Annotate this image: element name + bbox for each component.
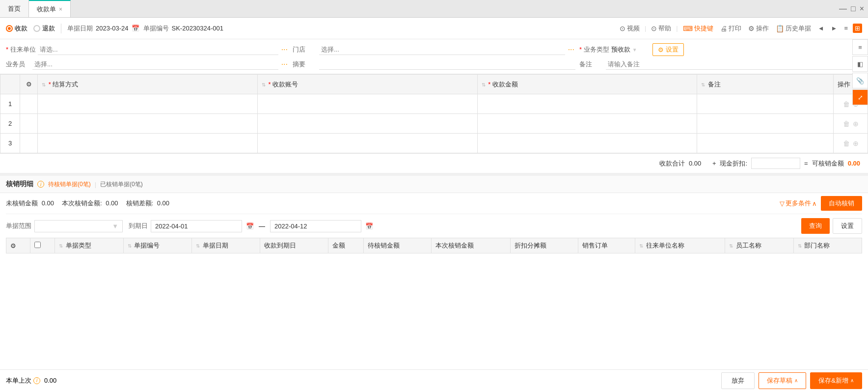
tab-home[interactable]: 首页	[0, 0, 29, 17]
counterpart-ellipsis[interactable]: ···	[280, 45, 289, 54]
radio-refund[interactable]: 退款	[33, 24, 55, 33]
prev-btn[interactable]: ◄	[816, 24, 826, 33]
store-input[interactable]	[319, 44, 565, 55]
row-3-amount[interactable]	[477, 134, 697, 153]
next-btn[interactable]: ►	[829, 24, 840, 33]
counterpart-input[interactable]	[38, 44, 278, 55]
verification-section-header: 核销明细 i 待核销单据(0笔) | 已核销单据(0笔)	[0, 173, 868, 193]
discount-input[interactable]	[751, 158, 800, 169]
sidebar-icon-3[interactable]: 📎	[852, 73, 868, 88]
row-2-settlement[interactable]	[38, 114, 258, 134]
window-close-btn[interactable]: ×	[860, 4, 864, 13]
unverified-label: 未核销金额	[6, 199, 38, 207]
tab-receipt-label: 收款单	[37, 5, 56, 14]
history-label: 历史单据	[786, 24, 811, 33]
lower-col-order-header: 销售订单	[578, 238, 635, 253]
row-2-amount[interactable]	[477, 114, 697, 134]
more-conditions-btn[interactable]: ▽ 更多条件 ∧	[780, 199, 817, 208]
tab-close-icon[interactable]: ×	[59, 6, 62, 13]
shortcut-btn[interactable]: ⌨ 快捷键	[681, 23, 715, 34]
calendar-icon-from[interactable]: 📅	[246, 223, 254, 230]
settings-button[interactable]: ⚙ 设置	[652, 43, 684, 56]
net-label: 可核销金额	[812, 159, 844, 168]
unverified-value: 0.00	[42, 199, 54, 207]
print-icon: 🖨	[720, 25, 727, 32]
row-2-copy-icon[interactable]: ⊕	[853, 120, 859, 128]
verif-settings-btn[interactable]: 设置	[833, 218, 862, 234]
calendar-icon[interactable]: 📅	[132, 25, 139, 32]
layout-grid-btn[interactable]: ⊞	[853, 24, 862, 33]
summary-row: 收款合计 0.00 + 现金折扣: = 可核销金额 0.00	[0, 153, 868, 173]
row-2-account[interactable]	[257, 114, 477, 134]
abandon-btn[interactable]: 放弃	[721, 372, 755, 389]
video-icon: ⊙	[620, 25, 625, 32]
row-1-delete-icon[interactable]: 🗑	[843, 100, 850, 108]
lower-col-date-header: ⇅ 单据日期	[192, 238, 260, 253]
operation-btn[interactable]: ⚙ 操作	[746, 23, 771, 34]
window-restore-btn[interactable]: □	[851, 4, 856, 13]
store-ellipsis[interactable]: ···	[567, 45, 575, 54]
salesperson-input[interactable]	[32, 59, 278, 70]
row-3-account[interactable]	[257, 134, 477, 153]
help-btn[interactable]: ⊙ 帮助	[649, 23, 673, 34]
lower-col-checkbox-input[interactable]	[34, 242, 41, 248]
row-3-settlement[interactable]	[38, 134, 258, 153]
salesperson-ellipsis[interactable]: ···	[280, 60, 289, 69]
sidebar-icon-4[interactable]: ⤢	[852, 89, 868, 105]
due-date-from[interactable]	[151, 220, 242, 232]
row-1-amount[interactable]	[477, 94, 697, 114]
save-draft-btn[interactable]: 保存草稿 ∧	[759, 372, 806, 389]
row-3-remark[interactable]	[697, 134, 834, 153]
number-label: 单据编号	[143, 24, 169, 33]
query-btn[interactable]: 查询	[801, 218, 830, 234]
video-btn[interactable]: ⊙ 视频	[618, 23, 642, 34]
pending-tab[interactable]: 待核销单据(0笔)	[48, 180, 91, 189]
filter-icon: ▽	[780, 200, 785, 207]
sidebar-icon-2[interactable]: ◧	[852, 56, 868, 72]
footer: 本单上次 i 0.00 放弃 保存草稿 ∧ 保存&新增 ∧	[0, 369, 868, 391]
range-label: 单据范围	[6, 222, 31, 230]
radio-receipt-label: 收款	[15, 24, 27, 33]
window-minimize-btn[interactable]: —	[839, 4, 847, 13]
total-value: 0.00	[689, 160, 708, 167]
row-2-delete-icon[interactable]: 🗑	[843, 120, 850, 128]
sidebar-icon-1[interactable]: ≡	[852, 39, 868, 55]
table-row: 1 🗑 ⊕	[0, 94, 868, 114]
range-field: 单据范围 ▼	[6, 220, 123, 232]
tab-receipt[interactable]: 收款单 ×	[29, 0, 71, 17]
shortcut-icon: ⌨	[683, 25, 693, 32]
print-btn[interactable]: 🖨 打印	[718, 23, 743, 34]
row-1-account[interactable]	[257, 94, 477, 114]
radio-receipt[interactable]: 收款	[6, 24, 27, 33]
lower-col-discount-header: 折扣分摊额	[510, 238, 578, 253]
auto-verify-btn[interactable]: 自动核销	[821, 196, 862, 211]
verification-info-icon[interactable]: i	[37, 181, 44, 188]
remark-input[interactable]	[606, 59, 862, 70]
date-label: 单据日期	[67, 24, 93, 33]
lower-col-settings[interactable]: ⚙	[6, 238, 30, 253]
save-new-btn[interactable]: 保存&新增 ∧	[810, 372, 862, 389]
row-1-remark[interactable]	[697, 94, 834, 114]
row-2-remark[interactable]	[697, 114, 834, 134]
calendar-icon-to[interactable]: 📅	[365, 223, 373, 230]
tab-bar: 首页 收款单 × — □ ×	[0, 0, 868, 18]
sort-icon-settlement: ⇅	[42, 82, 46, 87]
row-2-settings	[20, 114, 38, 134]
footer-info-icon[interactable]: i	[33, 377, 40, 384]
due-date-to[interactable]	[270, 220, 361, 232]
row-3-delete-icon[interactable]: 🗑	[843, 140, 850, 147]
net-value: 0.00	[848, 160, 860, 167]
summary-input[interactable]	[319, 59, 575, 70]
row-3-copy-icon[interactable]: ⊕	[853, 140, 859, 147]
table-settings-icon[interactable]: ⚙	[26, 81, 32, 88]
business-type-select[interactable]: 预收款 ▼	[611, 45, 651, 54]
save-draft-label: 保存草稿	[767, 376, 792, 385]
range-select[interactable]: ▼	[34, 220, 123, 232]
layout-list-btn[interactable]: ≡	[842, 24, 850, 33]
history-btn[interactable]: 📋 历史单据	[774, 23, 813, 34]
done-tab[interactable]: 已核销单据(0笔)	[100, 180, 143, 189]
row-1-settlement[interactable]	[38, 94, 258, 114]
operation-icon: ⚙	[748, 25, 755, 32]
help-icon: ⊙	[651, 25, 657, 32]
remark-field: 备注	[579, 59, 862, 70]
